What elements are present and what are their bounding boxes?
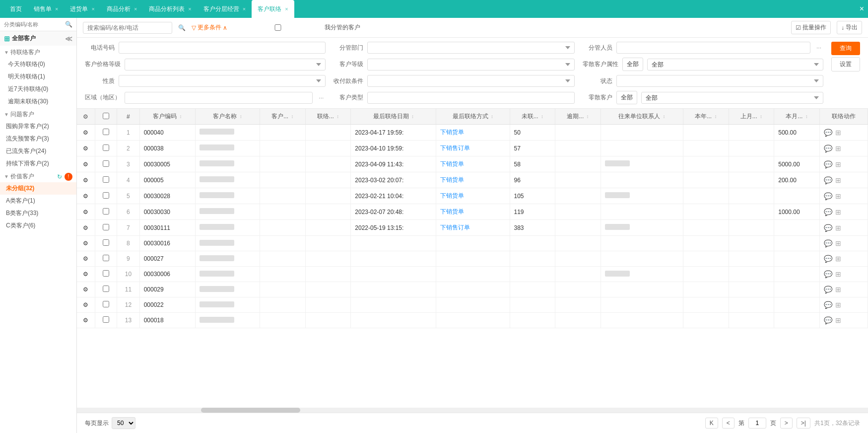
- row-checkbox-8[interactable]: [103, 255, 109, 261]
- person-input[interactable]: [616, 42, 810, 54]
- grid-action-icon[interactable]: ⊞: [835, 224, 841, 232]
- th-name[interactable]: 客户名称 ↕: [196, 109, 260, 125]
- tab-purchase[interactable]: 进货单 ×: [64, 0, 100, 18]
- sidebar-item-overdue-pending[interactable]: 逾期未联络(30): [0, 95, 76, 108]
- checkbox-cell[interactable]: [95, 313, 117, 328]
- grid-action-icon[interactable]: ⊞: [835, 160, 841, 168]
- gear-column-header[interactable]: ⚙: [77, 109, 95, 125]
- tab-customer-tier-close[interactable]: ×: [243, 0, 246, 18]
- sidebar-item-declining[interactable]: 持续下滑客户(2): [0, 157, 76, 170]
- row-checkbox-3[interactable]: [103, 176, 109, 183]
- checkbox-cell[interactable]: [95, 220, 117, 236]
- checkbox-cell[interactable]: [95, 172, 117, 188]
- first-page-button[interactable]: K: [705, 418, 718, 429]
- th-last-date[interactable]: 最后联络日期 ↕: [351, 109, 436, 125]
- checkbox-column-header[interactable]: [95, 109, 117, 125]
- last-method-link[interactable]: 下销售订单: [440, 144, 470, 151]
- row-checkbox-2[interactable]: [103, 160, 109, 167]
- global-close-button[interactable]: ×: [860, 4, 864, 13]
- search-input[interactable]: [83, 22, 172, 34]
- price-level-select[interactable]: [125, 59, 326, 71]
- zero-customer-select[interactable]: 全部: [641, 92, 823, 104]
- gear-cell[interactable]: ⚙: [77, 236, 95, 251]
- row-checkbox-1[interactable]: [103, 144, 109, 151]
- message-icon[interactable]: 💬: [824, 239, 832, 247]
- tab-analysis[interactable]: 商品分析 ×: [101, 0, 143, 18]
- page-number-input[interactable]: [748, 418, 766, 429]
- reset-button[interactable]: 设置: [831, 57, 860, 72]
- all-customers-header[interactable]: ⊞ 全部客户 ≪: [0, 31, 76, 46]
- gear-cell[interactable]: ⚙: [77, 313, 95, 328]
- checkbox-cell[interactable]: [95, 282, 117, 297]
- batch-op-button[interactable]: ☑ 批量操作: [791, 21, 831, 34]
- tab-purchase-close[interactable]: ×: [91, 0, 94, 18]
- checkbox-cell[interactable]: [95, 156, 117, 172]
- status-select[interactable]: [616, 75, 823, 87]
- grid-action-icon[interactable]: ⊞: [835, 255, 841, 263]
- select-all-checkbox[interactable]: [103, 113, 109, 119]
- th-no-contact[interactable]: 未联... ↕: [510, 109, 555, 125]
- message-icon[interactable]: 💬: [824, 286, 832, 293]
- phone-input[interactable]: [119, 42, 326, 54]
- scrollbar-thumb[interactable]: [201, 408, 300, 413]
- message-icon[interactable]: 💬: [824, 255, 832, 263]
- message-icon[interactable]: 💬: [824, 129, 832, 137]
- tab-sales-close[interactable]: ×: [55, 0, 58, 18]
- customer-type-input[interactable]: [367, 92, 574, 104]
- grid-action-icon[interactable]: ⊞: [835, 129, 841, 137]
- sidebar-collapse-icon[interactable]: ≪: [65, 35, 72, 43]
- gear-cell[interactable]: ⚙: [77, 267, 95, 282]
- grid-action-icon[interactable]: ⊞: [835, 144, 841, 152]
- region-more-icon[interactable]: ···: [317, 94, 326, 101]
- my-customer-checkbox-wrapper[interactable]: 我分管的客户: [233, 23, 360, 32]
- row-checkbox-10[interactable]: [103, 286, 109, 292]
- checkbox-cell[interactable]: [95, 204, 117, 220]
- row-checkbox-6[interactable]: [103, 224, 109, 230]
- person-more-icon[interactable]: ···: [814, 44, 823, 51]
- th-contact[interactable]: 联络... ↕: [305, 109, 351, 125]
- gear-cell[interactable]: ⚙: [77, 172, 95, 188]
- sidebar-item-7day-pending[interactable]: 近7天待联络(0): [0, 83, 76, 95]
- problem-group-header[interactable]: ▼ 问题客户: [0, 108, 76, 120]
- prev-page-button[interactable]: <: [722, 418, 734, 429]
- th-unit-contact[interactable]: 往来单位联系人 ↕: [601, 109, 683, 125]
- row-checkbox-12[interactable]: [103, 316, 109, 323]
- message-icon[interactable]: 💬: [824, 301, 832, 309]
- my-customer-checkbox[interactable]: [233, 24, 323, 31]
- gear-cell[interactable]: ⚙: [77, 297, 95, 313]
- tab-customer-tier[interactable]: 客户分层经营 ×: [198, 0, 252, 18]
- last-method-link[interactable]: 下销售订单: [440, 224, 470, 231]
- message-icon[interactable]: 💬: [824, 176, 832, 184]
- export-button[interactable]: ↓ 导出: [837, 21, 862, 34]
- th-last-method[interactable]: 最后联络方式 ↕: [436, 109, 510, 125]
- sidebar-item-churn-warning[interactable]: 流失预警客户(3): [0, 133, 76, 145]
- last-method-link[interactable]: 下销货单: [440, 160, 464, 167]
- last-method-link[interactable]: 下销货单: [440, 176, 464, 183]
- gear-cell[interactable]: ⚙: [77, 156, 95, 172]
- th-type[interactable]: 客户... ↕: [260, 109, 306, 125]
- grid-action-icon[interactable]: ⊞: [835, 192, 841, 200]
- tab-customer-contact[interactable]: 客户联络 ×: [252, 0, 294, 18]
- sidebar-item-class-b[interactable]: B类客户(33): [0, 207, 76, 219]
- checkbox-cell[interactable]: [95, 141, 117, 156]
- row-checkbox-11[interactable]: [103, 301, 109, 307]
- message-icon[interactable]: 💬: [824, 144, 832, 152]
- grid-action-icon[interactable]: ⊞: [835, 286, 841, 293]
- last-method-link[interactable]: 下销货单: [440, 129, 464, 136]
- checkbox-cell[interactable]: [95, 297, 117, 313]
- sidebar-item-class-a[interactable]: A类客户(1): [0, 195, 76, 207]
- zero-retail-value[interactable]: 全部: [622, 58, 643, 71]
- payment-select[interactable]: [367, 75, 574, 87]
- gender-select[interactable]: [119, 75, 326, 87]
- message-icon[interactable]: 💬: [824, 316, 832, 324]
- grid-action-icon[interactable]: ⊞: [835, 316, 841, 324]
- zero-retail-select[interactable]: 全部: [647, 59, 823, 71]
- grid-action-icon[interactable]: ⊞: [835, 270, 841, 278]
- grid-action-icon[interactable]: ⊞: [835, 208, 841, 216]
- grid-action-icon[interactable]: ⊞: [835, 301, 841, 309]
- gear-cell[interactable]: ⚙: [77, 251, 95, 267]
- sidebar-item-today-pending[interactable]: 今天待联络(0): [0, 58, 76, 71]
- th-year[interactable]: 本年... ↕: [683, 109, 729, 125]
- gear-cell[interactable]: ⚙: [77, 141, 95, 156]
- last-method-link[interactable]: 下销货单: [440, 208, 464, 215]
